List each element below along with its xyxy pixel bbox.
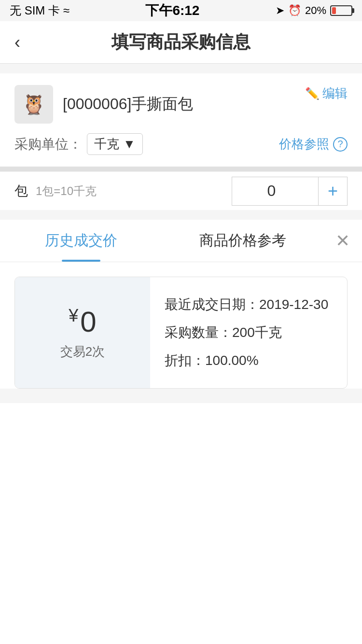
back-icon: ‹ [14, 32, 20, 52]
recent-date-value: 2019-12-30 [259, 297, 328, 312]
page-title: 填写商品采购信息 [111, 30, 251, 54]
bottom-area [0, 403, 362, 644]
back-button[interactable]: ‹ [14, 32, 20, 53]
price-ref-label: 价格参照 [279, 136, 329, 153]
discount-value: 100.00% [205, 353, 259, 368]
tabs-section: 历史成交价 商品价格参考 ✕ ¥0 交易2次 最近成交日期：2019-12-30… [0, 220, 362, 389]
help-icon: ? [337, 139, 343, 150]
quantity-row: 包 1包=10千克 + [0, 171, 362, 210]
status-bar: 无 SIM 卡 ≈ 下午6:12 ➤ ⏰ 20% [0, 0, 362, 21]
tab-history-price[interactable]: 历史成交价 [0, 220, 162, 262]
edit-button[interactable]: ✏️ 编辑 [305, 85, 348, 102]
nav-bar: ‹ 填写商品采购信息 [0, 21, 362, 64]
unit-label: 采购单位： [14, 135, 82, 154]
product-header: 🦉 [0000006]手撕面包 ✏️ 编辑 [14, 85, 348, 124]
quantity-unit: 包 [14, 182, 28, 200]
trade-count: 交易2次 [60, 343, 105, 360]
battery-icon [330, 5, 352, 16]
help-circle-icon: ? [333, 137, 348, 152]
quantity-detail-value: 200千克 [232, 325, 282, 340]
status-time: 下午6:12 [145, 1, 199, 20]
product-thumbnail: 🦉 [14, 85, 53, 124]
edit-label: 编辑 [322, 85, 348, 102]
quantity-detail-label: 采购数量： [165, 325, 232, 340]
separator [0, 167, 362, 171]
recent-date-label: 最近成交日期： [165, 297, 259, 312]
battery-percent: 20% [305, 4, 326, 17]
status-left: 无 SIM 卡 ≈ [10, 3, 70, 18]
price-left-panel: ¥0 交易2次 [15, 277, 150, 388]
signal-text: 无 SIM 卡 ≈ [10, 3, 70, 18]
product-name: [0000006]手撕面包 [63, 94, 193, 115]
alarm-icon: ⏰ [288, 4, 301, 17]
quantity-plus-button[interactable]: + [319, 177, 348, 206]
product-id: [0000006] [63, 95, 131, 112]
recent-date-row: 最近成交日期：2019-12-30 [165, 294, 333, 315]
quantity-input-group: + [232, 177, 348, 206]
battery-fill [332, 7, 336, 14]
close-icon: ✕ [335, 231, 350, 251]
location-icon: ➤ [276, 4, 284, 17]
product-logo-icon: 🦉 [22, 93, 46, 116]
discount-label: 折扣： [165, 353, 205, 368]
tab-price-reference[interactable]: 商品价格参考 [162, 220, 323, 262]
tab-active-indicator [62, 260, 100, 262]
price-value: 0 [80, 306, 96, 338]
quantity-conversion: 1包=10千克 [36, 183, 97, 199]
tab-price-ref-label: 商品价格参考 [199, 231, 286, 251]
plus-icon: + [328, 181, 338, 201]
tab-history-label: 历史成交价 [45, 231, 117, 251]
quantity-detail-row: 采购数量：200千克 [165, 322, 333, 343]
unit-select-dropdown[interactable]: 千克 ▼ [87, 133, 143, 155]
product-title: 手撕面包 [131, 95, 193, 112]
product-card: 🦉 [0000006]手撕面包 ✏️ 编辑 采购单位： 千克 ▼ 价格参照 ? [0, 73, 362, 167]
quantity-label: 包 1包=10千克 [14, 182, 97, 200]
quantity-input[interactable] [232, 177, 319, 206]
tab-close-button[interactable]: ✕ [323, 231, 362, 251]
price-right-panel: 最近成交日期：2019-12-30 采购数量：200千克 折扣：100.00% [150, 277, 347, 388]
edit-icon: ✏️ [305, 87, 320, 100]
price-card: ¥0 交易2次 最近成交日期：2019-12-30 采购数量：200千克 折扣：… [14, 277, 348, 389]
product-unit-row: 采购单位： 千克 ▼ 价格参照 ? [14, 133, 348, 155]
tabs-header: 历史成交价 商品价格参考 ✕ [0, 220, 362, 262]
currency-symbol: ¥ [69, 306, 78, 325]
dropdown-arrow-icon: ▼ [123, 137, 136, 152]
product-left: 🦉 [0000006]手撕面包 [14, 85, 193, 124]
discount-row: 折扣：100.00% [165, 350, 333, 371]
unit-value: 千克 [94, 136, 119, 153]
status-right: ➤ ⏰ 20% [276, 4, 352, 17]
price-amount: ¥0 [69, 305, 96, 338]
price-reference-button[interactable]: 价格参照 ? [279, 136, 348, 153]
